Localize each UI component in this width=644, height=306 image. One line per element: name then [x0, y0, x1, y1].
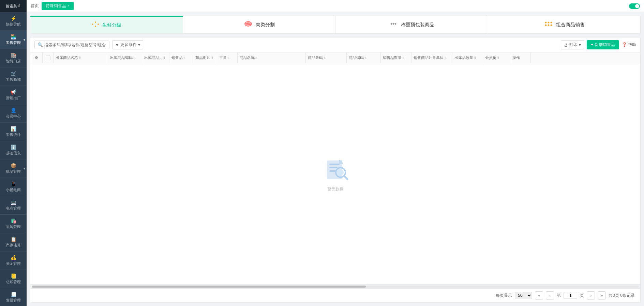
- xiaocheng-icon: 📱: [11, 181, 16, 187]
- cat-tab-combo-sale[interactable]: 组合商品销售: [488, 16, 641, 33]
- sidebar-item-invoice-mgmt[interactable]: 🧾 发票管理: [0, 288, 27, 306]
- finance-icon: 💰: [11, 255, 16, 260]
- sort-out-goods-code[interactable]: ⇅: [133, 56, 136, 59]
- meat-cut-icon: [243, 20, 253, 29]
- category-tabs: 生鲜分级 肉类分割: [30, 16, 641, 34]
- scroll-thumb[interactable]: [32, 286, 366, 288]
- help-button[interactable]: ❓ 帮助: [622, 42, 636, 48]
- th-settings[interactable]: ⚙: [30, 52, 43, 63]
- sidebar-item-ledger[interactable]: 📒 总账管理: [0, 270, 27, 288]
- svg-point-10: [545, 22, 546, 24]
- basic-info-icon: ℹ️: [11, 144, 16, 150]
- th-out-qty: 出库品数量 ⇅: [452, 52, 483, 63]
- sort-goods-name[interactable]: ⇅: [255, 56, 258, 59]
- sidebar-item-basic-info[interactable]: ℹ️ 基础信息: [0, 141, 27, 159]
- per-page-select[interactable]: 50 10 20 100: [515, 292, 532, 299]
- search-input[interactable]: [44, 43, 106, 47]
- filter-button[interactable]: ▼ 更多条件 ▾: [112, 40, 143, 49]
- empty-state: [320, 155, 351, 184]
- empty-illustration: [320, 155, 351, 183]
- sidebar-item-ecommerce-mgmt[interactable]: 💻 电商管理: [0, 196, 27, 215]
- topbar-right: [629, 3, 640, 9]
- th-sale-qty: 销售品数量 ⇅: [381, 52, 411, 63]
- member-center-icon: 👤: [11, 108, 16, 113]
- cat-tab-fresh-grade[interactable]: 生鲜分级: [30, 16, 183, 33]
- sidebar-item-finance[interactable]: 💰 资金管理: [0, 251, 27, 270]
- table-body: 暂无数据: [30, 63, 640, 284]
- sort-out-goods-spec[interactable]: ⇅: [163, 56, 165, 59]
- sort-sale-qty[interactable]: ⇅: [402, 56, 405, 59]
- page-input[interactable]: [564, 292, 577, 299]
- sort-sale-unit[interactable]: ⇅: [444, 56, 447, 59]
- svg-point-3: [95, 26, 96, 27]
- wholesale-mgmt-icon: 📦: [11, 163, 16, 168]
- next-page-button[interactable]: ›: [587, 291, 595, 300]
- th-checkbox[interactable]: [43, 52, 54, 63]
- svg-point-15: [550, 25, 552, 26]
- select-all-checkbox[interactable]: [46, 56, 50, 60]
- th-sale-goods: 销售品 ⇅: [169, 52, 193, 63]
- sort-goods-img[interactable]: ⇅: [211, 56, 213, 59]
- sidebar-item-member-center[interactable]: 👤 会员中心: [0, 104, 27, 123]
- cat-tab-weight-pack[interactable]: 称重预包装商品: [335, 16, 488, 33]
- horizontal-scrollbar[interactable]: [30, 284, 640, 288]
- th-member-price: 会员价 ⇅: [483, 52, 510, 63]
- svg-point-11: [548, 22, 549, 24]
- ecommerce-mgmt-icon: 💻: [11, 200, 16, 205]
- sort-out-goods-name[interactable]: ⇅: [79, 56, 81, 59]
- sidebar-item-xiaocheng[interactable]: 📱 小畅电商: [0, 178, 27, 196]
- sort-goods-barcode[interactable]: ⇅: [324, 56, 326, 59]
- prev-page-button[interactable]: ‹: [546, 291, 554, 300]
- svg-point-12: [550, 22, 552, 24]
- main-area: 首页 特殊销售品 × 生鲜分级: [27, 0, 644, 306]
- topbar-tab-close[interactable]: ×: [68, 4, 70, 8]
- settings-icon: ⚙: [35, 56, 38, 60]
- topbar-toggle[interactable]: [629, 3, 640, 9]
- sidebar-item-purchase-mgmt[interactable]: 🛍️ 采购管理: [0, 215, 27, 233]
- sort-member-price[interactable]: ⇅: [497, 56, 499, 59]
- sort-sale-goods[interactable]: ⇅: [183, 56, 186, 59]
- topbar: 首页 特殊销售品 ×: [27, 0, 644, 12]
- print-icon: 🖨: [564, 43, 568, 47]
- th-goods-img: 商品图片 ⇅: [193, 52, 217, 63]
- svg-rect-18: [329, 167, 338, 168]
- empty-text: 暂无数据: [327, 186, 344, 192]
- svg-rect-17: [329, 164, 340, 165]
- th-out-goods-code: 出库商品编码 ⇅: [108, 52, 142, 63]
- svg-point-13: [545, 25, 546, 26]
- th-goods-code: 商品编码 ⇅: [347, 52, 381, 63]
- cat-tab-weight-pack-label: 称重预包装商品: [401, 22, 434, 28]
- help-icon: ❓: [622, 42, 627, 47]
- pagination: 每页显示 50 10 20 100 « ‹ 第 页 › » 共0页 0条记录: [30, 288, 640, 302]
- last-page-button[interactable]: »: [598, 291, 606, 300]
- sidebar-item-retail-mgmt[interactable]: 🏪 零售管理: [0, 31, 27, 49]
- first-page-button[interactable]: «: [535, 291, 543, 300]
- svg-rect-23: [339, 160, 342, 164]
- retail-stats-icon: 📊: [11, 126, 16, 132]
- ledger-icon: 📒: [11, 273, 16, 279]
- sort-out-qty[interactable]: ⇅: [474, 56, 476, 59]
- search-icon: 🔍: [38, 42, 43, 47]
- toolbar-right: 🖨 打印 ▾ + 新增销售品 ❓ 帮助: [561, 40, 636, 49]
- search-box[interactable]: 🔍: [34, 41, 109, 49]
- sort-goods-code[interactable]: ⇅: [364, 56, 367, 59]
- topbar-home[interactable]: 首页: [31, 3, 39, 9]
- topbar-tab-special-sales[interactable]: 特殊销售品 ×: [42, 2, 74, 10]
- print-button[interactable]: 🖨 打印 ▾: [561, 40, 584, 49]
- sidebar-item-wholesale-mgmt[interactable]: 📦 批发管理: [0, 159, 27, 178]
- cat-tab-fresh-grade-label: 生鲜分级: [102, 22, 121, 28]
- sidebar-item-retail-stats[interactable]: 📊 零售统计: [0, 123, 27, 141]
- sidebar-item-inventory[interactable]: 📋 库存核算: [0, 233, 27, 251]
- th-goods-barcode: 商品条码 ⇅: [306, 52, 347, 63]
- sales-promo-icon: 📢: [11, 89, 16, 95]
- cat-tab-meat-cut[interactable]: 肉类分割: [183, 16, 336, 33]
- sidebar-item-quick-nav[interactable]: ⚡ 快捷导航: [0, 12, 27, 31]
- sidebar-item-smart-store[interactable]: 🏬 智慧门店: [0, 49, 27, 67]
- filter-icon: ▼: [115, 43, 119, 47]
- scroll-track[interactable]: [32, 286, 639, 288]
- sort-main[interactable]: ⇅: [227, 56, 230, 59]
- new-sale-button[interactable]: + 新增销售品: [587, 40, 619, 49]
- th-action: 操作: [510, 52, 531, 63]
- sidebar-item-sales-promo[interactable]: 📢 营销推广: [0, 86, 27, 104]
- sidebar-item-retail-mall[interactable]: 🛒 零售商城: [0, 67, 27, 86]
